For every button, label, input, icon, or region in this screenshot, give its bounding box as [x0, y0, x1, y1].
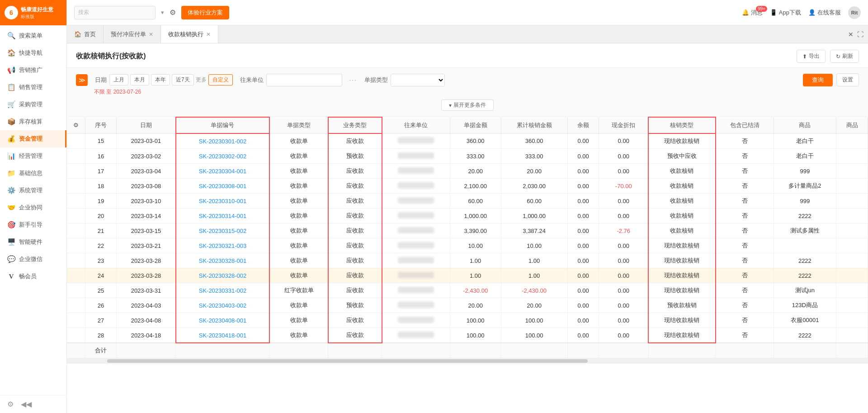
user-avatar[interactable]: Rit	[848, 6, 861, 19]
filter-toggle-button[interactable]: ≫	[76, 74, 88, 86]
sidebar-item-basic[interactable]: 📁 基础信息	[0, 165, 66, 182]
table-cell[interactable]: SK-20230301-002	[176, 133, 270, 149]
table-cell	[67, 194, 85, 209]
tab-collection[interactable]: 收款核销执行 ✕	[161, 25, 218, 43]
sidebar-item-search[interactable]: 🔍 搜索菜单	[0, 27, 66, 44]
doc-no-link[interactable]: SK-20230302-002	[199, 153, 247, 160]
sidebar-item-sales[interactable]: 📋 销售管理	[0, 79, 66, 96]
notification-button[interactable]: 🔔 消息 99+	[742, 9, 763, 17]
table-cell: 否	[716, 179, 774, 194]
tab-close-all-icon[interactable]: ✕	[848, 31, 854, 38]
table-cell: 1.00	[501, 268, 567, 283]
doc-no-link[interactable]: SK-20230418-001	[199, 332, 247, 339]
topbar-dropdown-icon[interactable]: ▾	[161, 9, 164, 16]
logo-icon: 6	[5, 6, 18, 19]
doc-no-link[interactable]: SK-20230331-002	[199, 287, 247, 294]
date-this-year-btn[interactable]: 本年	[151, 74, 170, 85]
industry-solution-button[interactable]: 体验行业方案	[181, 6, 229, 19]
doc-no-link[interactable]: SK-20230301-002	[199, 138, 247, 145]
table-cell: -2,430.00	[501, 283, 567, 298]
table-cell: 现结收款核销	[648, 253, 716, 268]
page-header-actions: ⬆ 导出 ↻ 刷新	[797, 50, 859, 63]
bell-icon: 🔔	[742, 9, 749, 16]
doc-no-link[interactable]: SK-20230408-001	[199, 317, 247, 324]
total-cell	[774, 343, 836, 358]
sidebar-item-quick-nav[interactable]: 🏠 快捷导航	[0, 44, 66, 62]
filter-partner-input[interactable]	[266, 74, 342, 86]
sidebar-item-guide[interactable]: 🎯 新手引导	[0, 216, 66, 233]
table-horizontal-scrollbar[interactable]	[67, 358, 868, 364]
table-cell: 20.00	[501, 298, 567, 313]
filter-expand-button[interactable]: ▾ 展开更多条件	[441, 100, 494, 111]
sidebar-item-hardware[interactable]: 🖥️ 智能硬件	[0, 233, 66, 251]
date-last-month-btn[interactable]: 上月	[109, 74, 128, 85]
table-cell[interactable]: SK-20230302-002	[176, 149, 270, 164]
app-download-button[interactable]: 📱 App下载	[770, 9, 801, 17]
sidebar-item-operations[interactable]: 📊 经营管理	[0, 147, 66, 165]
tab-expand-icon[interactable]: ⛶	[857, 31, 863, 38]
online-service-button[interactable]: 👤 在线客服	[808, 9, 841, 17]
query-button[interactable]: 查询	[803, 74, 833, 86]
table-cell: 否	[716, 164, 774, 179]
tab-prepay[interactable]: 预付冲应付单 ✕	[104, 25, 161, 43]
online-service-label: 在线客服	[817, 9, 841, 17]
sidebar-item-wechat[interactable]: 💬 企业微信	[0, 251, 66, 268]
table-cell[interactable]: SK-20230308-001	[176, 179, 270, 194]
table-cell: 2023-04-08	[117, 313, 176, 328]
sidebar-item-member[interactable]: V 畅会员	[0, 268, 66, 285]
sidebar-item-finance[interactable]: 💰 资金管理	[0, 130, 66, 147]
filter-settings-button[interactable]: 设置	[836, 73, 859, 86]
date-7days-btn[interactable]: 近7天	[172, 74, 194, 85]
table-cell[interactable]: SK-20230331-002	[176, 283, 270, 298]
export-button[interactable]: ⬆ 导出	[797, 50, 826, 63]
date-custom-btn[interactable]: 自定义	[208, 74, 233, 85]
table-scroll-thumb[interactable]	[107, 359, 588, 363]
doc-no-link[interactable]: SK-20230310-001	[199, 198, 247, 204]
collapse-icon[interactable]: ◀◀	[21, 400, 32, 408]
refresh-button[interactable]: ↻ 刷新	[830, 50, 859, 63]
doc-no-link[interactable]: SK-20230328-002	[199, 272, 247, 279]
tab-bar: 🏠 首页 预付冲应付单 ✕ 收款核销执行 ✕ ✕ ⛶	[67, 25, 868, 43]
table-cell[interactable]: SK-20230328-002	[176, 268, 270, 283]
filter-doctype-select[interactable]	[391, 74, 445, 86]
doc-no-link[interactable]: SK-20230315-002	[199, 228, 247, 234]
table-cell[interactable]: SK-20230328-001	[176, 253, 270, 268]
sidebar-item-system[interactable]: ⚙️ 系统管理	[0, 182, 66, 199]
table-row: 282023-04-18SK-20230418-001收款单应收款100.001…	[67, 328, 868, 343]
th-gear[interactable]: ⚙	[67, 117, 85, 133]
table-cell[interactable]: SK-20230403-002	[176, 298, 270, 313]
table-cell: 衣服00001	[774, 313, 836, 328]
table-cell: 预收款	[328, 149, 382, 164]
table-cell: 17	[85, 164, 117, 179]
doc-no-link[interactable]: SK-20230328-001	[199, 257, 247, 264]
table-cell[interactable]: SK-20230315-002	[176, 223, 270, 238]
doc-no-link[interactable]: SK-20230304-001	[199, 168, 247, 175]
doc-no-link[interactable]: SK-20230308-001	[199, 183, 247, 190]
sidebar-item-inventory[interactable]: 📦 库存核算	[0, 113, 66, 130]
doc-no-link[interactable]: SK-20230321-003	[199, 242, 247, 249]
sidebar-item-purchase[interactable]: 🛒 采购管理	[0, 96, 66, 113]
table-cell[interactable]: SK-20230321-003	[176, 238, 270, 253]
date-this-month-btn[interactable]: 本月	[130, 74, 149, 85]
table-cell: 10.00	[501, 238, 567, 253]
settings-icon[interactable]: ⚙	[7, 400, 14, 408]
table-cell[interactable]: SK-20230310-001	[176, 194, 270, 209]
tab-prepay-close[interactable]: ✕	[149, 31, 153, 38]
table-cell[interactable]: SK-20230304-001	[176, 164, 270, 179]
table-cell[interactable]: SK-20230418-001	[176, 328, 270, 343]
table-cell[interactable]: SK-20230408-001	[176, 313, 270, 328]
sidebar-item-marketing[interactable]: 📢 营销推广	[0, 62, 66, 79]
topbar-gear-icon[interactable]: ⚙	[170, 8, 176, 17]
table-cell: 收款单	[269, 313, 328, 328]
doc-no-link[interactable]: SK-20230314-001	[199, 213, 247, 219]
table-cell: 收款单	[269, 223, 328, 238]
table-cell: 0.00	[567, 268, 599, 283]
doc-no-link[interactable]: SK-20230403-002	[199, 302, 247, 309]
sidebar-item-corp[interactable]: 🤝 企业协同	[0, 199, 66, 216]
table-cell: 收款单	[269, 238, 328, 253]
app-download-label: App下载	[779, 9, 801, 17]
tab-collection-close[interactable]: ✕	[206, 31, 211, 38]
date-more-label[interactable]: 更多	[196, 76, 207, 84]
tab-home[interactable]: 🏠 首页	[67, 25, 104, 43]
table-cell[interactable]: SK-20230314-001	[176, 209, 270, 223]
